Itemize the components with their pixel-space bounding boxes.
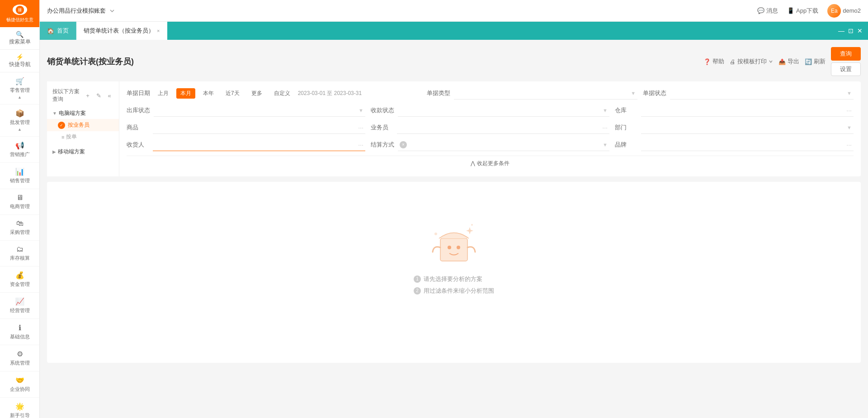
tab-home-label: 首页 [57,27,69,35]
date-custom-btn[interactable]: 自定义 [270,88,294,99]
scheme-group-desktop-header[interactable]: ▼ 电脑端方案 [47,108,119,119]
tab-sales-stats[interactable]: 销货单统计表（按业务员） × [76,22,167,40]
main-area: 办公用品行业模拟账套 💬 消息 📱 App下载 Ea demo2 [40,0,868,418]
date-range-display: 2023-03-01 至 2023-03-31 [298,90,362,97]
payment-chevron-icon: ▼ [603,142,608,147]
tab-close-window-button[interactable]: ✕ [857,27,863,34]
scheme-edit-button[interactable]: ✎ [94,91,103,100]
user-label: demo2 [843,7,861,14]
sidebar-quick[interactable]: ⚡ 快捷导航 [0,50,39,72]
sidebar-item-operation[interactable]: 📈 经营管理 [0,293,39,319]
warehouse-input-wrap: ··· [641,104,854,117]
filter-row-3: 商品 ··· 业务员 ··· [127,121,854,134]
sidebar-item-marketing[interactable]: 📢 营销推广 [0,137,39,163]
sidebar-item-collab[interactable]: 🤝 企业协同 [0,371,39,398]
date-more-btn[interactable]: 更多 [247,88,266,99]
sidebar-item-wholesale[interactable]: 📦 批发管理 ▲ [0,104,39,137]
date-this-month-btn[interactable]: 本月 [176,88,195,99]
app-download-button[interactable]: 📱 App下载 [787,7,818,15]
tab-home[interactable]: 🏠 首页 [40,22,76,40]
subitem-icon: ≡ [61,134,64,140]
tab-maximize-button[interactable]: ⊡ [848,27,854,34]
doctype-select[interactable]: ▼ [454,87,637,100]
payment-clear-button[interactable]: × [400,141,407,148]
collapse-label: 收起更多条件 [477,160,509,166]
sidebar-item-basic[interactable]: ℹ 基础信息 [0,319,39,345]
print-label: 按模板打印 [737,57,767,66]
date-last-month-btn[interactable]: 上月 [154,88,173,99]
receiver-input[interactable] [155,141,356,148]
settings-button[interactable]: 设置 [831,62,861,76]
collapse-conditions-button[interactable]: ⋀ 收起更多条件 [127,156,854,171]
topbar-left: 办公用品行业模拟账套 [47,7,115,15]
print-chevron-icon [769,59,773,64]
dept-select[interactable]: ▼ [641,121,854,134]
sidebar-item-finance[interactable]: 💰 资金管理 [0,266,39,293]
scheme-add-button[interactable]: + [84,91,92,100]
recvstatus-label: 收款状态 [371,106,394,114]
tab-active-label: 销货单统计表（按业务员） [84,27,154,35]
date-this-year-btn[interactable]: 本年 [199,88,218,99]
recvstatus-select[interactable]: ▼ [398,104,609,117]
warehouse-dots-icon[interactable]: ··· [846,107,852,114]
tab-close-button[interactable]: × [157,28,160,33]
scheme-subitem-order-label: 按单 [66,133,77,141]
filter-field-recvstatus: 收款状态 ▼ [371,104,609,117]
scheme-group-mobile-header[interactable]: ▶ 移动端方案 [47,146,119,157]
print-button[interactable]: 🖨 按模板打印 [730,57,773,66]
doctype-label: 单据类型 [427,89,450,97]
docstatus-select[interactable]: ▼ [670,87,854,100]
refresh-icon: 🔄 [805,58,812,65]
content-area: 销货单统计表(按业务员) ❓ 帮助 🖨 按模板打印 📤 导出 🔄 刷新 [40,40,868,418]
user-profile[interactable]: Ea demo2 [827,4,861,18]
receiver-input-wrap: ··· [153,138,365,151]
goods-input[interactable] [155,124,356,131]
payment-select[interactable]: × ▼ [398,138,609,151]
scheme-item-icon: ✓ [58,122,65,129]
goods-dots-icon[interactable]: ··· [358,124,363,131]
system-label: 系统管理 [10,360,30,366]
sidebar-item-system[interactable]: ⚙ 系统管理 [0,345,39,371]
sidebar-item-retail[interactable]: 🛒 零售管理 ▲ [0,72,39,104]
salesman-input-wrap: ··· [397,121,609,134]
svg-point-4 [471,224,473,226]
query-button[interactable]: 查询 [831,47,861,61]
tab-minimize-button[interactable]: — [838,27,844,34]
sales-label: 销售管理 [10,177,30,184]
filter-panel: 按以下方案查询 + ✎ « ▼ 电脑端方案 ✓ [47,81,861,176]
docstatus-chevron-icon: ▼ [847,90,852,96]
empty-tips: 1 请先选择要分析的方案 2 用过滤条件来缩小分析范围 [414,273,494,297]
scheme-item-salesman[interactable]: ✓ 按业务员 [47,119,119,131]
sidebar-item-purchase[interactable]: 🛍 采购管理 [0,215,39,241]
collapse-icon: ⋀ [471,160,476,166]
help-button[interactable]: ❓ 帮助 [703,57,724,66]
phone-icon: 📱 [787,7,794,14]
salesman-dots-icon[interactable]: ··· [602,124,608,131]
refresh-button[interactable]: 🔄 刷新 [805,57,826,66]
sidebar-logo: 畅捷信好生意 [0,0,40,27]
sidebar-search[interactable]: 🔍 搜索菜单 [0,27,39,50]
purchase-icon: 🛍 [16,219,24,228]
outstatus-select[interactable]: ▼ [154,104,365,117]
receiver-dots-icon[interactable]: ··· [358,141,363,148]
finance-icon: 💰 [15,271,24,280]
filter-field-payment: 结算方式 × ▼ [371,138,609,151]
breadcrumb-dropdown[interactable] [109,8,115,14]
sidebar-item-sales[interactable]: 📊 销售管理 [0,163,39,189]
date-recent7-btn[interactable]: 近7天 [222,88,244,99]
sidebar-item-inventory[interactable]: 🗂 库存核算 [0,241,39,266]
message-label: 消息 [766,7,778,15]
brand-input[interactable] [643,141,844,148]
warehouse-input[interactable] [643,107,844,114]
sidebar-item-ecommerce[interactable]: 🖥 电商管理 [0,189,39,215]
scheme-collapse-button[interactable]: « [105,91,113,100]
marketing-label: 营销推广 [10,151,30,158]
filter-form: 单据日期 上月 本月 本年 近7天 更多 自定义 2023-03-01 至 20… [119,81,861,176]
scheme-subitem-order[interactable]: ≡ 按单 [47,131,119,142]
salesman-input[interactable] [399,124,600,131]
export-button[interactable]: 📤 导出 [778,57,799,66]
brand-dots-icon[interactable]: ··· [846,141,852,148]
message-button[interactable]: 💬 消息 [757,7,778,15]
chevron-down-icon [109,8,115,14]
sidebar-item-newbie[interactable]: 🌟 新手引导 [0,398,39,418]
